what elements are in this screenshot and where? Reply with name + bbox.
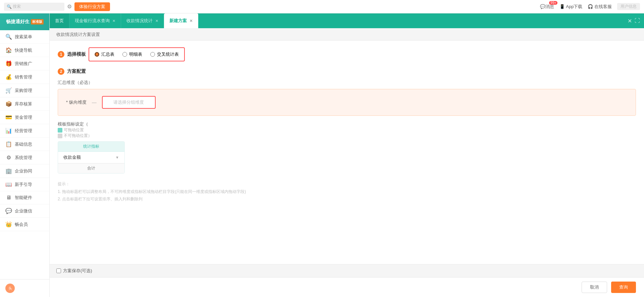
metrics-cell-dropdown-icon[interactable]: ▼ [115, 155, 119, 159]
sidebar-item-search-menu[interactable]: 🔍 搜索菜单 [0, 30, 49, 44]
trial-button[interactable]: 体验行业方案 [74, 2, 110, 11]
query-button[interactable]: 查询 [611, 282, 636, 293]
top-search-box[interactable]: 🔍 搜索 [4, 3, 64, 11]
sidebar-item-guide[interactable]: 📖 新手引导 [0, 178, 49, 191]
quick-nav-icon: 🏠 [5, 47, 12, 53]
tip-label: 提示： [58, 181, 636, 187]
basic-icon: 📋 [5, 141, 12, 147]
logo-sub: 标准版 [31, 19, 44, 24]
sales-icon: 💰 [5, 74, 12, 80]
tab-new-plan-close[interactable]: ✕ [190, 19, 193, 23]
gear-icon[interactable]: ⚙ [67, 3, 72, 10]
radio-detail-label: 明细表 [129, 51, 142, 57]
sidebar-item-sales[interactable]: 💰 销售管理 [0, 70, 49, 84]
sidebar-label-wechat: 企业微信 [15, 208, 32, 214]
search-placeholder: 搜索 [13, 4, 21, 9]
tab-close-button[interactable]: ✕ [628, 18, 632, 24]
tab-receipt-stat-label: 收款情况统计 [126, 18, 153, 24]
inventory-icon: 📦 [5, 101, 12, 107]
cancel-button[interactable]: 取消 [582, 282, 607, 293]
sidebar-label-member: 畅会员 [15, 221, 28, 228]
tip-line2: 2. 点击标题栏下拉可设置排序、插入列和删除列 [58, 196, 636, 203]
tab-bank-flow-label: 现金银行流水查询 [75, 18, 110, 24]
sidebar-item-purchase[interactable]: 🛒 采购管理 [0, 84, 49, 97]
radio-cross-input[interactable] [150, 52, 155, 57]
sidebar-label-marketing: 营销推广 [15, 61, 32, 67]
radio-detail-input[interactable] [122, 52, 127, 57]
sidebar-item-basic[interactable]: 📋 基础信息 [0, 138, 49, 151]
save-plan-checkbox[interactable] [56, 268, 61, 273]
enterprise-icon: 🏢 [5, 168, 12, 174]
radio-summary-input[interactable] [95, 52, 99, 57]
sidebar-item-wechat[interactable]: 💬 企业微信 [0, 204, 49, 218]
breadcrumb: 收款情况统计方案设置 [50, 28, 644, 41]
sidebar-item-enterprise[interactable]: 🏢 企业协同 [0, 164, 49, 178]
sidebar-item-quick-nav[interactable]: 🏠 快捷导航 [0, 44, 49, 57]
user-info[interactable]: 用户信息 [617, 3, 640, 10]
sidebar-label-operation: 经营管理 [15, 128, 32, 134]
search-icon: 🔍 [7, 4, 12, 9]
metrics-header-text: 统计指标 [83, 144, 99, 149]
tab-bank-flow-close[interactable]: ✕ [112, 19, 115, 23]
wechat-icon: 💬 [5, 208, 12, 214]
marketing-icon: 🎁 [5, 60, 12, 67]
sidebar-label-system: 系统管理 [15, 155, 32, 161]
save-plan-label[interactable]: 方案保存(可选) [56, 268, 92, 274]
metrics-cell-amount[interactable]: 收款金额 ▼ [58, 152, 124, 163]
step1-header: 1 选择模板 汇总表 明细表 [58, 47, 636, 61]
service-link[interactable]: 🎧 在线客服 [588, 4, 612, 10]
metrics-cell-amount-text: 收款金额 [63, 154, 81, 160]
bottom-action-bar: 取消 查询 [50, 277, 644, 297]
sidebar-item-hardware[interactable]: 🖥 智能硬件 [0, 191, 49, 204]
message-badge-wrap[interactable]: 💬 消息 99+ [540, 4, 554, 10]
tab-expand-button[interactable]: ⛶ [635, 18, 640, 24]
sidebar-label-basic: 基础信息 [15, 141, 32, 147]
tab-new-plan[interactable]: 新建方案 ✕ [164, 13, 198, 28]
sidebar-item-member[interactable]: 👑 畅会员 [0, 218, 49, 231]
row-dimension-label: * 纵向维度 [66, 99, 87, 105]
sidebar-label-purchase: 采购管理 [15, 88, 32, 94]
drag-hint-undraggable: 不可拖动位置） [58, 133, 92, 139]
sidebar-item-system[interactable]: ⚙ 系统管理 [0, 151, 49, 164]
tab-receipt-stat-close[interactable]: ✕ [155, 19, 158, 23]
tab-home-label: 首页 [55, 18, 64, 24]
download-icon: 📱 [559, 4, 565, 9]
metrics-table-footer: 合计 [58, 163, 124, 173]
download-label: App下载 [566, 4, 582, 9]
sidebar-label-enterprise: 企业协同 [15, 168, 32, 174]
operation-icon: 📊 [5, 128, 12, 134]
dimension-arrow: — [92, 100, 97, 105]
search-menu-icon: 🔍 [5, 34, 12, 40]
dimension-subtitle: 汇总维度（必选） [58, 80, 636, 86]
purchase-icon: 🛒 [5, 87, 12, 94]
tab-home[interactable]: 首页 [50, 13, 69, 28]
tab-bank-flow[interactable]: 现金银行流水查询 ✕ [69, 13, 121, 28]
download-link[interactable]: 📱 App下载 [559, 4, 582, 10]
system-icon: ⚙ [5, 154, 12, 161]
breadcrumb-text: 收款情况统计方案设置 [56, 32, 100, 37]
sidebar-item-finance[interactable]: 💳 资金管理 [0, 111, 49, 124]
sidebar-item-inventory[interactable]: 📦 库存核算 [0, 97, 49, 111]
tab-receipt-stat[interactable]: 收款情况统计 ✕ [121, 13, 164, 28]
sidebar-label-search-menu: 搜索菜单 [15, 34, 32, 40]
sidebar-label-sales: 销售管理 [15, 74, 32, 80]
tip-line1: 1. 拖动标题栏可以调整布局，不可跨维度或指标区域拖动栏目字段(只能在同一维度或… [58, 188, 636, 196]
metrics-footer-text: 合计 [87, 166, 95, 170]
metrics-label: 模板指标设定（ 可拖动位置 不可拖动位置） [58, 121, 636, 139]
tips-section: 提示： 1. 拖动标题栏可以调整布局，不可跨维度或指标区域拖动栏目字段(只能在同… [58, 181, 636, 203]
sidebar-item-marketing[interactable]: 🎁 营销推广 [0, 57, 49, 70]
radio-cross[interactable]: 交叉统计表 [150, 51, 179, 57]
dimension-placeholder[interactable]: 请选择分组维度 [102, 96, 156, 109]
radio-summary[interactable]: 汇总表 [95, 51, 114, 57]
avatar: 头 [5, 284, 15, 293]
radio-summary-label: 汇总表 [101, 51, 114, 57]
guide-icon: 📖 [5, 181, 12, 188]
step2-section: 2 方案配置 汇总维度（必选） * 纵向维度 — 请选择分组维度 [58, 68, 636, 203]
sidebar-item-operation[interactable]: 📊 经营管理 [0, 124, 49, 138]
member-icon: 👑 [5, 221, 12, 228]
hardware-icon: 🖥 [5, 195, 12, 201]
dimension-placeholder-text: 请选择分组维度 [113, 100, 144, 105]
sidebar-bottom: 头 [0, 279, 49, 297]
radio-detail[interactable]: 明细表 [122, 51, 142, 57]
tab-new-plan-label: 新建方案 [169, 18, 187, 24]
